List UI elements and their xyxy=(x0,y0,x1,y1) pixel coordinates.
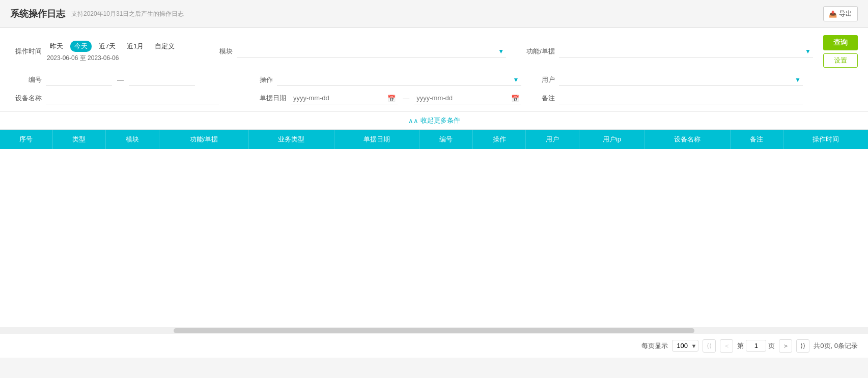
col-operation: 操作 xyxy=(472,130,525,149)
date-from-wrapper: 📅 xyxy=(291,92,398,104)
total-info: 共0页, 0条记录 xyxy=(814,341,858,351)
voucher-date-label: 单据日期 xyxy=(260,94,286,103)
collapse-button[interactable]: ∧∧ 收起更多条件 xyxy=(408,116,460,125)
time-btn-today[interactable]: 今天 xyxy=(70,41,92,52)
date-to-wrapper: 📅 xyxy=(414,92,521,104)
col-remark: 备注 xyxy=(730,130,783,149)
prev-page-button[interactable]: ＜ xyxy=(720,339,733,353)
time-filter-group: 昨天 今天 近7天 近1月 自定义 2023-06-06 至 2023-06-0… xyxy=(46,41,179,63)
table-header: 序号 类型 模块 功能/单据 业务类型 单据日期 编号 操作 用户 用户ip 设… xyxy=(0,130,868,149)
page-size-wrapper: 20 50 100 200 ▼ xyxy=(672,340,698,352)
page-input[interactable] xyxy=(746,340,766,352)
filter-row-1: 操作时间 昨天 今天 近7天 近1月 自定义 2023-06-06 至 2023… xyxy=(10,35,858,68)
remark-input[interactable] xyxy=(559,92,803,104)
remark-label: 备注 xyxy=(542,94,555,103)
time-buttons: 昨天 今天 近7天 近1月 自定义 xyxy=(46,41,179,52)
page-label: 第 xyxy=(737,341,744,351)
device-label: 设备名称 xyxy=(10,94,46,103)
table-body xyxy=(0,149,868,327)
operation-select[interactable] xyxy=(277,74,521,86)
module-select-wrapper: ▼ xyxy=(237,45,506,57)
pagination: 每页显示 20 50 100 200 ▼ ⟨⟨ ＜ 第 页 ＞ ⟩⟩ 共0页, … xyxy=(0,334,868,358)
time-btn-7days[interactable]: 近7天 xyxy=(95,41,120,52)
query-button[interactable]: 查询 xyxy=(823,35,858,50)
user-select-wrapper: ▼ xyxy=(559,74,803,86)
time-range: 2023-06-06 至 2023-06-06 xyxy=(46,54,179,63)
number-label: 编号 xyxy=(10,75,46,84)
module-label: 模块 xyxy=(219,47,233,56)
page-size-select[interactable]: 20 50 100 200 xyxy=(672,340,698,352)
operation-label: 操作 xyxy=(260,75,273,84)
data-table: 序号 类型 模块 功能/单据 业务类型 单据日期 编号 操作 用户 用户ip 设… xyxy=(0,130,868,328)
col-user: 用户 xyxy=(526,130,579,149)
last-page-button[interactable]: ⟩⟩ xyxy=(796,339,809,353)
device-input[interactable] xyxy=(46,92,219,104)
date-to-input[interactable] xyxy=(414,92,521,104)
number-from-input[interactable] xyxy=(46,74,112,86)
user-select[interactable] xyxy=(559,74,803,86)
calendar-to-icon[interactable]: 📅 xyxy=(511,94,519,102)
time-btn-yesterday[interactable]: 昨天 xyxy=(46,41,67,52)
col-seq: 序号 xyxy=(0,130,52,149)
number-to-input[interactable] xyxy=(129,74,195,86)
operation-select-wrapper: ▼ xyxy=(277,74,521,86)
collapse-bar: ∧∧ 收起更多条件 xyxy=(0,112,868,130)
col-op-time: 操作时间 xyxy=(783,130,868,149)
collapse-label: 收起更多条件 xyxy=(421,116,460,125)
first-page-button[interactable]: ⟨⟨ xyxy=(703,339,716,353)
time-btn-1month[interactable]: 近1月 xyxy=(123,41,148,52)
export-icon: 📤 xyxy=(829,10,837,18)
calendar-from-icon[interactable]: 📅 xyxy=(387,94,396,102)
filter-row-2: 编号 — 操作 ▼ 用户 ▼ xyxy=(10,74,858,86)
empty-state xyxy=(0,149,868,327)
next-page-button[interactable]: ＞ xyxy=(779,339,792,353)
date-from-input[interactable] xyxy=(291,92,398,104)
function-select-wrapper: ▼ xyxy=(559,45,813,57)
action-buttons: 查询 设置 xyxy=(823,35,858,68)
col-function: 功能/单据 xyxy=(159,130,248,149)
filter-section: 操作时间 昨天 今天 近7天 近1月 自定义 2023-06-06 至 2023… xyxy=(0,28,868,112)
collapse-icon: ∧∧ xyxy=(408,117,418,125)
col-voucher-date: 单据日期 xyxy=(334,130,419,149)
per-page-label: 每页显示 xyxy=(641,341,668,351)
page-subtitle: 支持2020年10月31日之后产生的操作日志 xyxy=(71,10,184,18)
empty-row xyxy=(0,149,868,327)
col-module: 模块 xyxy=(106,130,159,149)
number-dash: — xyxy=(115,76,126,84)
col-device: 设备名称 xyxy=(645,130,730,149)
user-label: 用户 xyxy=(542,75,555,84)
header-row: 序号 类型 模块 功能/单据 业务类型 单据日期 编号 操作 用户 用户ip 设… xyxy=(0,130,868,149)
col-user-ip: 用户ip xyxy=(579,130,645,149)
time-label: 操作时间 xyxy=(10,47,46,56)
col-number: 编号 xyxy=(419,130,472,149)
scrollbar-area[interactable] xyxy=(0,328,868,334)
settings-button[interactable]: 设置 xyxy=(823,53,858,68)
module-select[interactable] xyxy=(237,45,506,57)
time-btn-custom[interactable]: 自定义 xyxy=(151,41,179,52)
page-title: 系统操作日志 xyxy=(10,8,65,20)
export-button[interactable]: 📤 导出 xyxy=(823,6,858,21)
function-label: 功能/单据 xyxy=(526,47,555,56)
col-biz-type: 业务类型 xyxy=(249,130,334,149)
function-select[interactable] xyxy=(559,45,813,57)
page-header: 系统操作日志 支持2020年10月31日之后产生的操作日志 📤 导出 xyxy=(0,0,868,28)
page-suffix: 页 xyxy=(768,341,775,351)
table-container: 序号 类型 模块 功能/单据 业务类型 单据日期 编号 操作 用户 用户ip 设… xyxy=(0,130,868,328)
filter-row-3: 设备名称 单据日期 📅 — 📅 备注 xyxy=(10,92,858,104)
date-dash: — xyxy=(401,95,411,102)
scrollbar-thumb xyxy=(174,328,694,333)
page-info: 第 页 xyxy=(737,340,775,352)
col-type: 类型 xyxy=(52,130,105,149)
